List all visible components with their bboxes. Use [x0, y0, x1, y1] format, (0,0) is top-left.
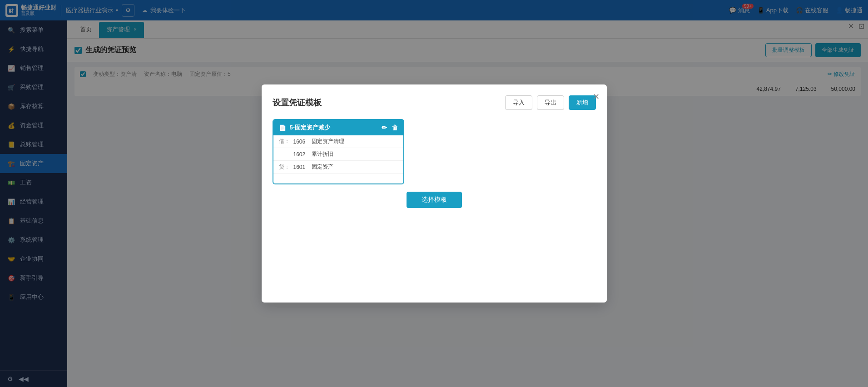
modal-title: 设置凭证模板 — [273, 97, 322, 108]
voucher-template-modal: 设置凭证模板 导入 导出 新增 ✕ 📄 5-固定资产减少 ✏ 🗑 — [262, 84, 607, 303]
template-name: 5-固定资产减少 — [290, 124, 331, 132]
modal-header-buttons: 导入 导出 新增 — [505, 95, 596, 110]
modal-overlay: 设置凭证模板 导入 导出 新增 ✕ 📄 5-固定资产减少 ✏ 🗑 — [0, 0, 868, 387]
template-empty-row — [273, 174, 403, 184]
template-entry-3: 贷： 1601 固定资产 — [273, 161, 403, 174]
select-template-area: 选择模板 — [273, 192, 596, 208]
new-template-button[interactable]: 新增 — [569, 95, 596, 110]
modal-close-button[interactable]: ✕ — [593, 92, 600, 102]
edit-template-icon[interactable]: ✏ — [382, 124, 387, 131]
template-entry-1: 借： 1606 固定资产清理 — [273, 135, 403, 148]
delete-template-icon[interactable]: 🗑 — [392, 124, 398, 131]
export-button[interactable]: 导出 — [537, 95, 564, 110]
import-button[interactable]: 导入 — [505, 95, 532, 110]
template-card-header: 📄 5-固定资产减少 ✏ 🗑 — [273, 120, 403, 135]
template-entry-2: 1602 累计折旧 — [273, 148, 403, 161]
template-list: 📄 5-固定资产减少 ✏ 🗑 借： 1606 固定资产清理 — [273, 119, 596, 184]
select-template-button[interactable]: 选择模板 — [407, 192, 462, 208]
template-doc-icon: 📄 — [279, 124, 286, 131]
template-card-body: 借： 1606 固定资产清理 1602 累计折旧 贷： 1601 固定资产 — [273, 135, 403, 184]
template-card: 📄 5-固定资产减少 ✏ 🗑 借： 1606 固定资产清理 — [273, 119, 404, 184]
modal-header: 设置凭证模板 导入 导出 新增 — [273, 95, 596, 110]
